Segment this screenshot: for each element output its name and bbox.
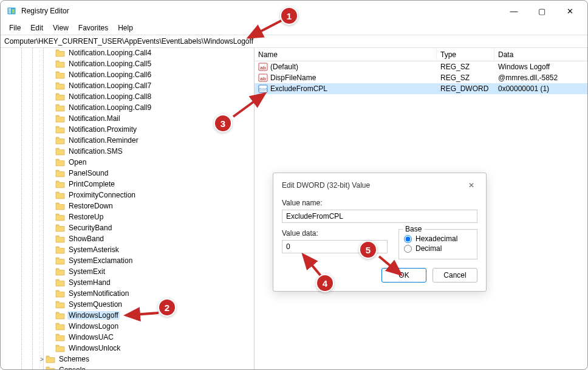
value-name-field[interactable]: ExcludeFromCPL <box>282 210 477 223</box>
tree-item-notification-looping-call7[interactable]: Notification.Looping.Call7 <box>1 80 254 91</box>
tree-item-panelsound[interactable]: PanelSound <box>1 168 254 179</box>
tree-item-notification-looping-call9[interactable]: Notification.Looping.Call9 <box>1 102 254 113</box>
menu-favorites[interactable]: Favorites <box>74 22 113 33</box>
tree-item-notification-looping-call5[interactable]: Notification.Looping.Call5 <box>1 58 254 69</box>
tree-item-systemexclamation[interactable]: SystemExclamation <box>1 255 254 266</box>
menu-edit[interactable]: Edit <box>26 22 48 33</box>
tree-item-securityband[interactable]: SecurityBand <box>1 222 254 233</box>
tree-item-console[interactable]: ⌄Console <box>1 365 254 369</box>
tree-item-notification-sms[interactable]: Notification.SMS <box>1 146 254 157</box>
value-row-default[interactable]: ab(Default)REG_SZWindows Logoff <box>255 61 587 72</box>
col-data[interactable]: Data <box>494 48 587 61</box>
tree-item-systemnotification[interactable]: SystemNotification <box>1 288 254 299</box>
menu-view[interactable]: View <box>48 22 74 33</box>
app-icon <box>7 6 16 16</box>
col-type[interactable]: Type <box>437 48 494 61</box>
annotation-arrow-1 <box>244 16 286 43</box>
annotation-badge-5: 5 <box>359 241 377 259</box>
tree-item-systemasterisk[interactable]: SystemAsterisk <box>1 244 254 255</box>
annotation-badge-1: 1 <box>280 7 298 25</box>
tree-item-windowsunlock[interactable]: WindowsUnlock <box>1 343 254 354</box>
base-legend: Base <box>403 225 424 233</box>
svg-rect-1 <box>9 9 11 10</box>
registry-editor-window: Registry Editor — ▢ ✕ FileEditViewFavori… <box>0 0 588 370</box>
tree-item-notification-reminder[interactable]: Notification.Reminder <box>1 135 254 146</box>
svg-text:ab: ab <box>260 76 265 81</box>
tree-item-restoreup[interactable]: RestoreUp <box>1 211 254 222</box>
annotation-badge-3: 3 <box>214 114 232 132</box>
tree-item-schemes[interactable]: >Schemes <box>1 354 254 365</box>
tree-item-windowsuac[interactable]: WindowsUAC <box>1 332 254 343</box>
base-fieldset: Base Hexadecimal Decimal <box>398 229 477 259</box>
tree-item-open[interactable]: Open <box>1 157 254 168</box>
value-data-label: Value data: <box>282 229 388 238</box>
value-row-dispfilename[interactable]: abDispFileNameREG_SZ@mmres.dll,-5852 <box>255 72 587 83</box>
dialog-close-button[interactable]: ✕ <box>465 179 477 191</box>
close-button[interactable]: ✕ <box>556 1 584 21</box>
tree-item-proximityconnection[interactable]: ProximityConnection <box>1 190 254 200</box>
svg-text:ab: ab <box>260 65 265 70</box>
tree-item-systemhand[interactable]: SystemHand <box>1 277 254 288</box>
column-headers[interactable]: Name Type Data <box>255 48 587 61</box>
hex-radio[interactable]: Hexadecimal <box>404 235 472 243</box>
svg-rect-3 <box>9 12 11 13</box>
annotation-badge-2: 2 <box>158 298 176 317</box>
maximize-button[interactable]: ▢ <box>528 1 556 21</box>
col-name[interactable]: Name <box>255 48 437 61</box>
tree-item-notification-looping-call6[interactable]: Notification.Looping.Call6 <box>1 69 254 80</box>
annotation-badge-4: 4 <box>316 274 334 292</box>
annotation-arrow-5 <box>375 253 406 280</box>
tree-item-notification-looping-call4[interactable]: Notification.Looping.Call4 <box>1 48 254 58</box>
tree-item-notification-looping-call8[interactable]: Notification.Looping.Call8 <box>1 91 254 102</box>
tree-item-showband[interactable]: ShowBand <box>1 233 254 244</box>
dialog-title: Edit DWORD (32-bit) Value <box>282 181 370 190</box>
svg-rect-2 <box>9 10 11 12</box>
cancel-button[interactable]: Cancel <box>432 268 477 283</box>
menu-help[interactable]: Help <box>113 22 138 33</box>
tree-item-printcomplete[interactable]: PrintComplete <box>1 179 254 190</box>
menu-file[interactable]: File <box>4 22 26 33</box>
tree-item-systemexit[interactable]: SystemExit <box>1 266 254 277</box>
address-bar[interactable]: Computer\HKEY_CURRENT_USER\AppEvents\Eve… <box>1 35 587 48</box>
dec-radio-input[interactable] <box>404 245 412 253</box>
value-row-excludefromcpl[interactable]: 0110ExcludeFromCPLREG_DWORD0x00000001 (1… <box>255 83 587 94</box>
tree-item-restoredown[interactable]: RestoreDown <box>1 200 254 211</box>
dec-radio[interactable]: Decimal <box>404 244 472 253</box>
value-name-label: Value name: <box>282 199 477 207</box>
annotation-arrow-3 <box>228 89 271 122</box>
minimize-button[interactable]: — <box>500 1 528 21</box>
hex-radio-input[interactable] <box>404 235 412 243</box>
annotation-arrow-2 <box>121 304 163 323</box>
window-title: Registry Editor <box>21 7 69 15</box>
